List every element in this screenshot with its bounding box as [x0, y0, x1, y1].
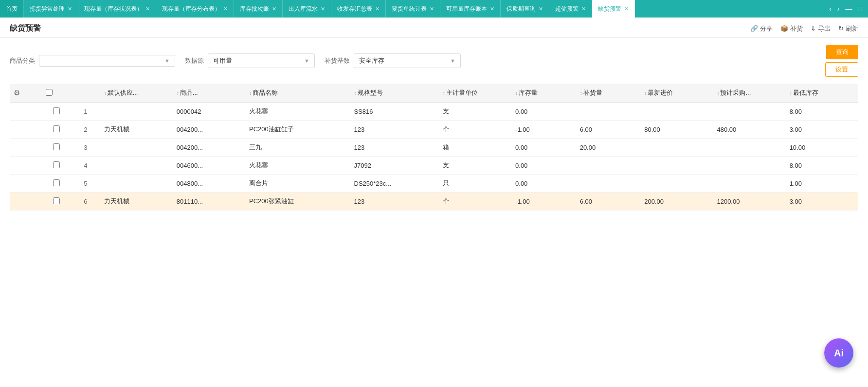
tab-close-batch[interactable]: ✕: [272, 6, 276, 12]
row-checkbox-1[interactable]: [53, 125, 60, 132]
col-product-code[interactable]: ↕商品...: [173, 84, 245, 103]
tab-label-expiry: 保质期查询: [506, 5, 536, 13]
tab-overstock[interactable]: 超储预警✕: [549, 0, 592, 18]
col-supplier[interactable]: ↕默认供应...: [100, 84, 173, 103]
table-row: 6 力天机械 801110... PC200张紧油缸 123 个 -1.00 6…: [10, 193, 858, 211]
col-product-name[interactable]: ↕商品名称: [245, 84, 350, 103]
window-maximize-btn[interactable]: □: [856, 4, 864, 14]
tab-batch[interactable]: 库存批次账✕: [234, 0, 283, 18]
table-row: 5 004800... 离合片 DS250*23c... 只 0.00 1.00: [10, 175, 858, 193]
row-latest-price: [640, 139, 713, 157]
query-button[interactable]: 查询: [826, 45, 858, 59]
tab-home[interactable]: 首页: [0, 0, 24, 18]
row-checkbox-3[interactable]: [53, 161, 60, 168]
tab-receive[interactable]: 收发存汇总表✕: [331, 0, 386, 18]
row-checkbox-4[interactable]: [53, 179, 60, 186]
export-action[interactable]: ⇓ 导出: [811, 24, 831, 33]
row-checkbox-5[interactable]: [53, 197, 60, 204]
row-spec: 123: [350, 139, 439, 157]
export-icon: ⇓: [811, 25, 816, 32]
share-action[interactable]: 🔗 分享: [750, 24, 773, 33]
tab-close-inventory-dist[interactable]: ✕: [223, 6, 228, 12]
row-replenish: [576, 157, 641, 175]
col-replenish[interactable]: ↕补货量: [576, 84, 641, 103]
row-gear-cell: [10, 121, 42, 139]
datasource-select[interactable]: 可用量 ▼: [208, 53, 315, 68]
tab-next-btn[interactable]: ›: [835, 4, 842, 14]
row-min-stock: 3.00: [786, 121, 858, 139]
header-actions: 🔗 分享 📦 补货 ⇓ 导出 ↻ 刷新: [750, 24, 858, 33]
replenish-sort-icon: ↕: [580, 90, 582, 96]
col-spec[interactable]: ↕规格型号: [350, 84, 439, 103]
spec-sort-icon: ↕: [354, 90, 357, 96]
row-checkbox-0[interactable]: [53, 107, 60, 114]
refresh-icon: ↻: [838, 25, 844, 32]
tab-close-flow[interactable]: ✕: [321, 6, 325, 12]
row-supplier: 力天机械: [100, 193, 173, 211]
row-supplier: [100, 157, 173, 175]
tab-close-available[interactable]: ✕: [490, 6, 494, 12]
row-min-stock: 8.00: [786, 103, 858, 121]
tab-bar-controls: ‹ › — □: [823, 4, 868, 14]
col-latest-price[interactable]: ↕最新进价: [640, 84, 713, 103]
row-number: 4: [71, 157, 100, 175]
tab-label-abnormal: 拣货异常处理: [30, 5, 65, 13]
refresh-action[interactable]: ↻ 刷新: [838, 24, 858, 33]
table-body: 1 0000042 火花塞 SS816 支 0.00 8.00 2 力天机械 0…: [10, 103, 858, 211]
row-latest-price: [640, 157, 713, 175]
tab-close-shortage[interactable]: ✕: [624, 6, 629, 12]
col-unit[interactable]: ↕主计量单位: [439, 84, 511, 103]
tab-inventory-status[interactable]: 现存量（库存状况表）✕: [78, 0, 156, 18]
tab-available[interactable]: 可用量库存账本✕: [440, 0, 501, 18]
tab-abnormal[interactable]: 拣货异常处理✕: [24, 0, 78, 18]
est-purchase-sort-icon: ↕: [717, 90, 719, 96]
tab-close-overstock[interactable]: ✕: [581, 6, 586, 12]
filter-bar: 商品分类 ▼ 数据源 可用量 ▼ 补货基数 安全库存 ▼ 查询 设置: [0, 38, 868, 84]
col-est-purchase[interactable]: ↕预计采购...: [713, 84, 785, 103]
tab-expiry[interactable]: 保质期查询✕: [501, 0, 549, 18]
replenish-action[interactable]: 📦 补货: [780, 24, 803, 33]
row-checkbox-cell: [42, 139, 71, 157]
col-min-stock[interactable]: ↕最低库存: [786, 84, 858, 103]
row-replenish: 6.00: [576, 193, 641, 211]
tab-label-shortage: 缺货预警: [598, 5, 621, 13]
row-product-name: 火花塞: [245, 103, 350, 121]
tab-order-stat[interactable]: 要货单统计表✕: [386, 0, 440, 18]
product-code-sort-icon: ↕: [177, 90, 179, 96]
tab-close-inventory-status[interactable]: ✕: [145, 6, 150, 12]
tab-label-flow: 出入库流水: [289, 5, 318, 13]
row-latest-price: [640, 103, 713, 121]
row-stock: 0.00: [511, 175, 576, 193]
tab-close-expiry[interactable]: ✕: [539, 6, 543, 12]
tab-prev-btn[interactable]: ‹: [827, 4, 833, 14]
ai-assistant-bubble[interactable]: Ai: [824, 338, 853, 368]
window-minimize-btn[interactable]: —: [844, 4, 854, 14]
gear-header-icon[interactable]: ⚙: [14, 88, 20, 97]
share-label: 分享: [760, 24, 773, 33]
datasource-dropdown-icon: ▼: [304, 58, 309, 64]
settings-button[interactable]: 设置: [825, 62, 858, 77]
page-title: 缺货预警: [10, 23, 41, 34]
replenish-base-select[interactable]: 安全库存 ▼: [354, 53, 461, 68]
datasource-select-value: 可用量: [213, 56, 232, 65]
row-product-name: 离合片: [245, 175, 350, 193]
row-latest-price: 200.00: [640, 193, 713, 211]
tab-close-abnormal[interactable]: ✕: [68, 6, 72, 12]
row-spec: 123: [350, 121, 439, 139]
tab-inventory-dist[interactable]: 现存量（库存分布表）✕: [156, 0, 234, 18]
row-checkbox-2[interactable]: [53, 143, 60, 150]
tab-shortage[interactable]: 缺货预警✕: [592, 0, 635, 18]
replenish-base-label: 补货基数: [325, 56, 350, 65]
tab-flow[interactable]: 出入库流水✕: [283, 0, 331, 18]
tab-close-receive[interactable]: ✕: [375, 6, 380, 12]
row-stock: -1.00: [511, 121, 576, 139]
category-select[interactable]: ▼: [39, 55, 175, 67]
table-row: 2 力天机械 004200... PC200油缸缸子 123 个 -1.00 6…: [10, 121, 858, 139]
row-product-code: 004200...: [173, 139, 245, 157]
col-stock[interactable]: ↕库存量: [511, 84, 576, 103]
tab-close-order-stat[interactable]: ✕: [430, 6, 434, 12]
select-all-checkbox[interactable]: [46, 89, 53, 96]
ai-label: Ai: [834, 348, 844, 359]
row-est-purchase: [713, 175, 785, 193]
col-gear: ⚙: [10, 84, 42, 103]
